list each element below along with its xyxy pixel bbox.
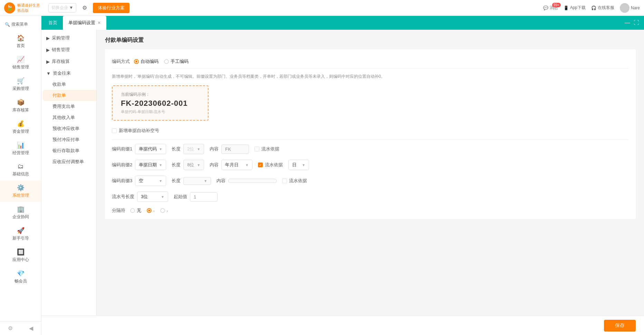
user-name: Nare: [631, 6, 640, 10]
operation-icon: 📊: [17, 141, 25, 149]
start-value-label: 起始值: [174, 194, 187, 200]
trial-button[interactable]: 体验行业方案: [93, 3, 129, 13]
nav-group-sales-header[interactable]: ▶ 销售管理: [41, 44, 96, 55]
prefix2-serial-row[interactable]: ✓ 流水依据: [258, 162, 283, 168]
user-info[interactable]: Nare: [620, 3, 640, 13]
sidebar-settings-btn[interactable]: ⚙: [8, 325, 13, 332]
nav-children-cashflow: 收款单 付款单 费用支出单 其他收入单 预收冲应收单 预付冲应付单 银行存取款单…: [41, 79, 96, 167]
prefix1-length-select[interactable]: 2位 ▼: [183, 144, 204, 154]
prefix1-length-arrow: ▼: [197, 147, 200, 151]
prefix2-select[interactable]: 单据日期 ▼: [135, 160, 166, 170]
nav-item-prepay-receivable[interactable]: 预收冲应收单: [43, 123, 96, 134]
prefix2-serial-checkbox[interactable]: ✓: [258, 162, 263, 167]
tab-home[interactable]: 首页: [43, 16, 63, 30]
prefix1-length-label: 长度: [172, 146, 181, 152]
prefix2-label: 编码前缀2: [112, 162, 132, 168]
prefix1-serial-checkbox[interactable]: [254, 147, 259, 151]
prefix3-arrow: ▼: [159, 179, 162, 183]
nav-item-bank-deposit[interactable]: 银行存取款单: [43, 145, 96, 156]
prefix1-length-field: 长度 2位 ▼: [172, 144, 204, 154]
tab-serial-setting[interactable]: 单据编码设置 ✕: [63, 16, 106, 30]
sep-none-option[interactable]: 无: [130, 207, 141, 214]
page-body: 付款单编码设置 编码方式 自动编码 手工编码: [97, 30, 644, 335]
prefix2-content-field: 内容 年月日 ▼: [210, 160, 252, 170]
manual-encoding-option[interactable]: 手工编码: [164, 58, 189, 65]
prefix1-serial-row[interactable]: 流水依据: [254, 146, 279, 152]
sidebar-collapse-btn[interactable]: ◀: [29, 325, 33, 332]
save-button[interactable]: 保存: [604, 320, 636, 332]
app-download-action[interactable]: 📱 App下载: [564, 5, 586, 11]
encoding-method-label: 编码方式: [112, 58, 130, 65]
header-left: 🍃 畅通道好生意 拓品版 切换企业 ▼ ⚙ 体验行业方案: [4, 2, 129, 13]
company-dropdown[interactable]: 切换企业 ▼: [48, 3, 76, 12]
prefix3-serial-row[interactable]: 流水依据: [282, 178, 307, 184]
nav-group-inventory-header[interactable]: ▶ 库存核算: [41, 56, 96, 67]
prefix3-select[interactable]: 空 ▼: [135, 176, 166, 186]
prefix1-select[interactable]: 单据代码 ▼: [135, 144, 166, 154]
serial-length-select[interactable]: 3位 ▼: [137, 192, 168, 202]
preview-box: 当前编码示例： FK-20230602-001 单据代码-单据日期-流水号: [112, 85, 209, 121]
sidebar-item-apps[interactable]: 🔲 应用中心: [0, 245, 41, 266]
prefix1-content-label: 内容: [210, 146, 219, 152]
page-title: 付款单编码设置: [105, 37, 636, 44]
sidebar-item-operation[interactable]: 📊 经营管理: [0, 138, 41, 159]
nav-group-purchase: ▶ 采购管理: [41, 32, 96, 44]
auto-fill-checkbox-row[interactable]: 新增单据自动补空号: [112, 128, 629, 134]
message-action[interactable]: 💬 消息 99+: [543, 5, 558, 11]
sidebar-item-enterprise[interactable]: 🏢 企业协同: [0, 202, 41, 223]
header-controls: 切换企业 ▼ ⚙ 体验行业方案: [48, 3, 129, 13]
auto-fill-checkbox[interactable]: [112, 128, 117, 133]
sep-dot2-option[interactable]: ·: [160, 208, 168, 213]
header-right: 💬 消息 99+ 📱 App下载 🎧 在线客服 Nare: [543, 3, 640, 13]
main-layout: 🔍 搜索菜单 🏠 首页 📈 销售管理 🛒 采购管理 📦 库存核算 💰 资金管理 …: [0, 16, 644, 335]
prefix1-arrow: ▼: [159, 147, 162, 151]
sidebar-item-sales[interactable]: 📈 销售管理: [0, 52, 41, 74]
nav-item-payment[interactable]: 付款单: [43, 90, 96, 101]
nav-item-receipt[interactable]: 收款单: [43, 79, 96, 90]
serial-length-row: 流水号长度 3位 ▼ 起始值 1: [112, 192, 629, 202]
prefix3-serial-checkbox[interactable]: [282, 178, 287, 183]
prefix1-content-value: FK: [221, 145, 249, 154]
nav-arrow-cashflow: ▼: [46, 71, 51, 76]
preview-desc: 单据代码-单据日期-流水号: [121, 109, 200, 114]
main-content: ▶ 采购管理 ▶ 销售管理 ▶ 库存核算: [41, 30, 644, 335]
sidebar-item-home[interactable]: 🏠 首页: [0, 31, 41, 52]
prefix2-length-field: 长度 8位 ▼: [172, 160, 204, 170]
sidebar-search[interactable]: 🔍 搜索菜单: [2, 19, 39, 29]
tab-minimize-icon[interactable]: —: [625, 20, 630, 26]
tab-close-icon[interactable]: ✕: [97, 20, 101, 25]
sidebar-item-system[interactable]: ⚙️ 系统管理: [0, 180, 41, 202]
gear-button[interactable]: ⚙: [80, 3, 89, 13]
sidebar-item-member[interactable]: 💎 畅会员: [0, 266, 41, 288]
prefix2-field: 编码前缀2 单据日期 ▼: [112, 160, 166, 170]
sidebar-item-finance[interactable]: 💰 资金管理: [0, 117, 41, 138]
prefix2-content-select[interactable]: 年月日 ▼: [221, 160, 252, 170]
nav-group-cashflow-header[interactable]: ▼ 资金往来: [41, 68, 96, 79]
nav-item-expense[interactable]: 费用支出单: [43, 101, 96, 112]
online-service-action[interactable]: 🎧 在线客服: [591, 5, 614, 11]
prefix2-length-select[interactable]: 8位 ▼: [183, 160, 204, 170]
tab-expand-icon[interactable]: ⛶: [634, 20, 639, 26]
start-value-field: 起始值 1: [174, 192, 218, 202]
sep-dot-option[interactable]: ·: [147, 208, 155, 213]
purchase-icon: 🛒: [17, 77, 25, 85]
nav-item-other-income[interactable]: 其他收入单: [43, 112, 96, 123]
avatar: [620, 3, 629, 13]
nav-group-purchase-header[interactable]: ▶ 采购管理: [41, 32, 96, 44]
logo-text: 畅通道好生意 拓品版: [17, 3, 40, 13]
prefix3-field: 编码前缀3 空 ▼: [112, 176, 166, 186]
sidebar-item-guide[interactable]: 🚀 新手引导: [0, 223, 41, 245]
auto-encoding-option[interactable]: 自动编码: [134, 58, 158, 65]
apps-icon: 🔲: [17, 248, 25, 256]
sidebar: 🔍 搜索菜单 🏠 首页 📈 销售管理 🛒 采购管理 📦 库存核算 💰 资金管理 …: [0, 16, 41, 335]
sidebar-item-purchase[interactable]: 🛒 采购管理: [0, 74, 41, 95]
nav-item-adjustment[interactable]: 应收应付调整单: [43, 156, 96, 167]
separator-radio-group: 无 · ·: [130, 207, 168, 214]
basicinfo-icon: 🗂: [18, 163, 24, 170]
prefix3-length-select[interactable]: ▼: [183, 177, 211, 185]
sidebar-item-inventory[interactable]: 📦 库存核算: [0, 95, 41, 117]
tab-bar-right: — ⛶: [625, 20, 643, 26]
nav-item-prepay-payable[interactable]: 预付冲应付单: [43, 134, 96, 145]
sidebar-item-basicinfo[interactable]: 🗂 基础信息: [0, 159, 41, 180]
prefix2-serial-unit-select[interactable]: 日 ▼: [288, 160, 309, 170]
